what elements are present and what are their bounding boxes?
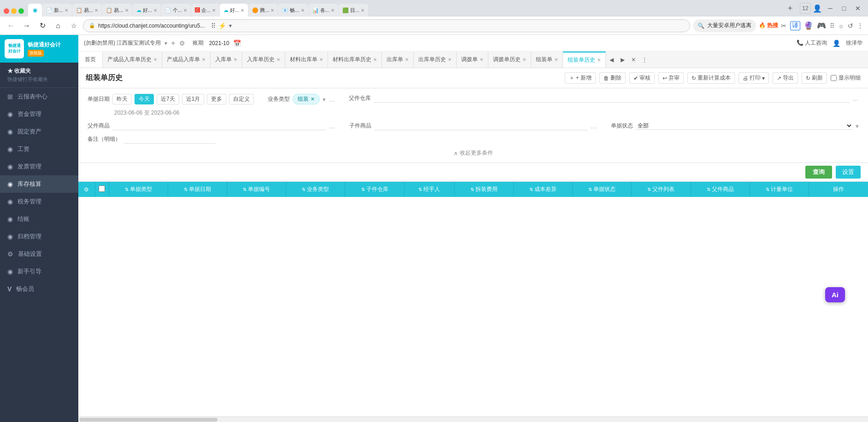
tab-nav-item-7[interactable]: 出库单 ✕: [382, 52, 414, 68]
close-tab-10[interactable]: ✕: [522, 57, 526, 62]
sidebar-item-assets[interactable]: ◉ 固定资产: [0, 123, 78, 140]
tab-5[interactable]: 📄 个... ✕: [161, 4, 191, 17]
close-tab-6[interactable]: ✕: [373, 57, 377, 62]
tab-9[interactable]: 📊 各... ✕: [309, 4, 338, 17]
tab-nav-home[interactable]: 首页: [78, 52, 103, 68]
tab-nav-item-2[interactable]: 产成品入库单 ✕: [162, 52, 211, 68]
tab-more-x[interactable]: ✕: [628, 52, 639, 68]
close-tab-2[interactable]: ✕: [202, 57, 205, 62]
th-order-no[interactable]: ⇅单据编号: [227, 182, 286, 197]
tab-close-7[interactable]: ✕: [270, 8, 274, 13]
menu-icon[interactable]: ⋮: [857, 22, 863, 29]
tab-close-active[interactable]: ✕: [240, 8, 244, 13]
parent-goods-more[interactable]: …: [329, 122, 335, 130]
sidebar-item-reports[interactable]: ⊞ 云报表中心: [0, 88, 78, 105]
nav-home[interactable]: ⌂: [52, 19, 65, 32]
close-tab-9[interactable]: ✕: [480, 57, 483, 62]
sun-icon[interactable]: ☼: [838, 22, 844, 29]
th-child-warehouse[interactable]: ⇅子件仓库: [345, 182, 404, 197]
emoji-icon[interactable]: 🔮: [804, 21, 813, 30]
browser-tab-ai-icon[interactable]: ◉: [28, 4, 42, 17]
sidebar-item-closing[interactable]: ◉ 结账: [0, 210, 78, 228]
sidebar-item-vip[interactable]: V 畅会员: [0, 280, 78, 298]
tab-close-4[interactable]: ✕: [153, 8, 157, 13]
th-handler[interactable]: ⇅经手人: [404, 182, 454, 197]
win-restore[interactable]: □: [838, 3, 850, 14]
order-status-select[interactable]: 全部 已审核 未审核: [636, 122, 853, 130]
new-btn[interactable]: ＋ + 新增: [565, 72, 596, 84]
tab-7[interactable]: 🟠 腾... ✕: [248, 4, 278, 17]
address-bar[interactable]: 🔒 https://cloud.chanjet.com/accounting/u…: [83, 19, 690, 32]
tab-more-menu[interactable]: ⋮: [639, 52, 650, 68]
company-settings-icon[interactable]: ⚙: [179, 40, 185, 47]
sidebar-item-tax[interactable]: ◉ 税务管理: [0, 193, 78, 210]
th-biz-type[interactable]: ⇅业务类型: [286, 182, 345, 197]
parent-warehouse-input[interactable]: [374, 94, 850, 103]
scissors-icon[interactable]: ✂: [781, 22, 786, 29]
tab-4[interactable]: ☁ 好... ✕: [133, 4, 161, 17]
date-btn-custom[interactable]: 自定义: [229, 94, 254, 104]
collapse-btn[interactable]: ∧ 收起更多条件: [88, 147, 859, 159]
date-btn-today[interactable]: 今天: [135, 94, 154, 104]
grid-icon[interactable]: ⠿: [830, 22, 834, 29]
close-tab-1[interactable]: ✕: [153, 57, 157, 62]
select-all-checkbox[interactable]: [99, 185, 105, 192]
tab-nav-item-5[interactable]: 材料出库单 ✕: [285, 52, 328, 68]
tab-10[interactable]: 🟩 目... ✕: [339, 4, 368, 17]
tab-close-2[interactable]: ✕: [94, 8, 98, 13]
date-btn-yesterday[interactable]: 昨天: [112, 94, 132, 104]
tab-add-btn[interactable]: +: [785, 3, 796, 14]
date-btn-1month[interactable]: 近1月: [182, 94, 205, 104]
filter-settings-btn[interactable]: 设置: [836, 166, 861, 179]
user-avatar[interactable]: 👤: [833, 40, 840, 47]
tab-close-9[interactable]: ✕: [331, 8, 334, 13]
tab-nav-item-1[interactable]: 产成品入库单历史 ✕: [103, 52, 162, 68]
tab-nav-item-8[interactable]: 出库单历史 ✕: [414, 52, 457, 68]
sidebar-item-settings[interactable]: ⚙ 基础设置: [0, 245, 78, 263]
calendar-icon[interactable]: 📅: [233, 40, 241, 47]
tab-active[interactable]: ☁ 好... ✕: [220, 4, 248, 17]
refresh-btn[interactable]: ↻ 刷新: [802, 72, 827, 84]
th-cost-diff[interactable]: ⇅成本差异: [513, 182, 572, 197]
tab-nav-item-active[interactable]: 组装单历史 ✕: [563, 52, 606, 68]
tab-2[interactable]: 📋 易... ✕: [72, 4, 102, 17]
tab-3[interactable]: 📋 易... ✕: [102, 4, 132, 17]
show-detail-checkbox[interactable]: 显示明细: [831, 74, 861, 82]
query-btn[interactable]: 查询: [805, 166, 832, 179]
th-checkbox[interactable]: [95, 182, 109, 197]
date-btn-more[interactable]: 更多: [207, 94, 226, 104]
nav-reload[interactable]: ↻: [36, 19, 49, 32]
close-tab-7[interactable]: ✕: [405, 57, 409, 62]
tab-1[interactable]: 📄 新... ✕: [42, 4, 72, 17]
child-goods-input[interactable]: [374, 121, 588, 130]
ai-badge[interactable]: Ai: [825, 287, 845, 302]
maximize-btn[interactable]: [18, 8, 24, 14]
win-minimize[interactable]: ─: [824, 3, 837, 14]
tab-close-3[interactable]: ✕: [125, 8, 129, 13]
parent-warehouse-more[interactable]: …: [852, 95, 859, 102]
tab-nav-item-3[interactable]: 入库单 ✕: [211, 52, 242, 68]
th-parent-goods[interactable]: ⇅父件商品: [691, 182, 750, 197]
undo-icon[interactable]: ↺: [848, 22, 853, 29]
sidebar-item-invoice[interactable]: ◉ 发票管理: [0, 158, 78, 175]
biz-type-dropdown[interactable]: ▾: [323, 96, 326, 103]
th-unit[interactable]: ⇅计量单位: [750, 182, 809, 197]
add-company-btn[interactable]: +: [171, 39, 175, 47]
bottom-scrollbar[interactable]: [78, 416, 868, 422]
close-btn[interactable]: [4, 8, 9, 14]
tab-prev[interactable]: ◀: [606, 52, 617, 68]
browser-search[interactable]: 🔍 大量安卓用户逃离: [693, 19, 756, 32]
nav-forward[interactable]: →: [20, 19, 33, 32]
biz-tag-close[interactable]: ✕: [311, 96, 315, 102]
export-btn[interactable]: ↗ 导出: [773, 72, 798, 84]
child-goods-more[interactable]: …: [591, 122, 597, 130]
detail-checkbox-input[interactable]: [831, 75, 837, 81]
tab-nav-item-9[interactable]: 调拨单 ✕: [457, 52, 488, 68]
sidebar-item-funds[interactable]: ◉ 资金管理: [0, 105, 78, 123]
delete-btn[interactable]: 🗑 删除: [599, 72, 626, 84]
close-tab-active[interactable]: ✕: [597, 58, 601, 63]
game-icon[interactable]: 🎮: [817, 21, 826, 30]
biz-type-more[interactable]: …: [328, 96, 335, 103]
th-parent-list[interactable]: ⇅父件列表: [632, 182, 691, 197]
close-tab-8[interactable]: ✕: [448, 57, 452, 62]
